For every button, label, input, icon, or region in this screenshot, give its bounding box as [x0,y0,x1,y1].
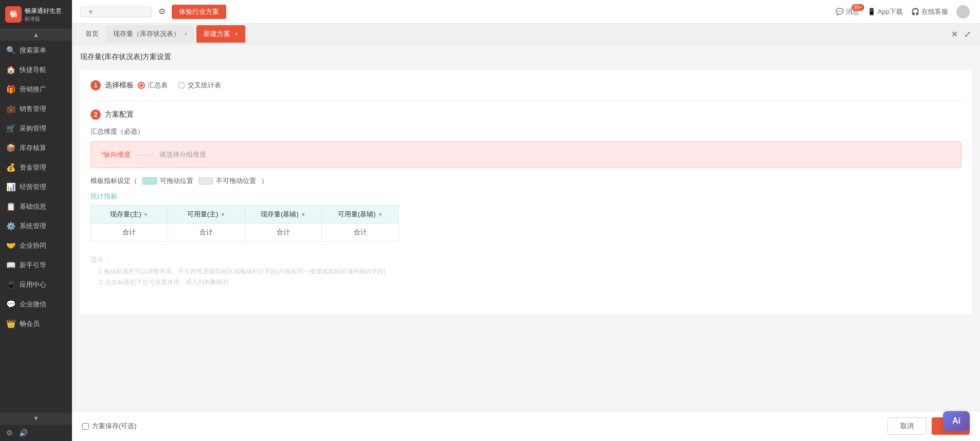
sidebar-item-newbie[interactable]: 📖 新手引导 [0,255,72,275]
sidebar-item-system-label: 系统管理 [20,222,46,231]
tab-inventory-status[interactable]: 现存量（库存状况表） × [106,25,194,43]
save-checkbox[interactable]: 方案保存(可选) [82,421,137,431]
cell-0-0: 合计 [91,224,168,242]
sidebar-item-finance[interactable]: 💰 资金管理 [0,158,72,177]
step-divider [90,101,961,101]
logo-icon: 畅 [5,6,22,23]
col-label-3: 可用量(基辅) ▼ [338,210,383,219]
topbar-left: ▼ ⚙ 体验行业方案 [80,5,830,19]
book-icon: 📖 [6,261,15,270]
topbar-app-download-btn[interactable]: 📱 App下载 [867,7,903,16]
col-header-1[interactable]: 可用量(主) ▼ [168,206,245,224]
col-title-1: 可用量(主) [187,210,219,219]
sidebar-item-sales-label: 销售管理 [20,104,46,114]
sidebar-item-sales[interactable]: 💼 销售管理 [0,99,72,119]
tab-new-plan[interactable]: 新建方案 × [196,25,245,43]
expand-panel-btn[interactable]: ⤢ [963,28,972,40]
dimension-section-label: 汇总维度（必选） [90,127,961,136]
sidebar-item-basic[interactable]: 📋 基础信息 [0,197,72,216]
ai-float-button[interactable]: Ai [943,411,970,431]
cancel-button[interactable]: 取消 [887,417,927,435]
sidebar-item-search[interactable]: 🔍 搜索菜单 [0,41,72,60]
dimension-placeholder: 请选择分组维度 [159,150,206,159]
col-chevron-1: ▼ [221,212,226,217]
tabbar-actions: ✕ ⤢ [950,28,972,40]
col-header-0[interactable]: 现存量(主) ▼ [91,206,168,224]
tab-inventory-close-btn[interactable]: × [184,31,187,37]
logo-subtitle: 标准版 [25,15,62,23]
sidebar-logo: 畅 畅康通好生意 标准版 [0,0,72,29]
topbar-search-bar[interactable]: ▼ [80,6,152,17]
sidebar-item-basic-label: 基础信息 [20,202,46,211]
topbar-trial-btn[interactable]: 体验行业方案 [172,5,226,19]
app-download-label: App下载 [878,7,903,16]
sidebar-item-member[interactable]: 👑 畅会员 [0,314,72,334]
chat-icon: 💬 [6,300,15,309]
logo-title: 畅康通好生意 [25,7,62,15]
main-area: ▼ ⚙ 体验行业方案 💬 消息 99+ 📱 App下载 🎧 在线客服 [72,0,980,441]
crown-icon: 👑 [6,319,15,328]
dimension-selector-box[interactable]: *纵向维度 —— 请选择分组维度 [90,141,961,168]
sidebar-item-wechat-label: 企业微信 [20,300,46,309]
sidebar-item-app[interactable]: 📱 应用中心 [0,275,72,295]
briefcase-icon: 💼 [6,104,15,114]
sidebar-item-shortcut[interactable]: 🏠 快捷导航 [0,60,72,80]
settings-card: 1 选择模板 汇总表 交叉统计表 [80,70,972,315]
close-panel-btn[interactable]: ✕ [950,28,959,40]
sidebar-item-contract-label: 企业协同 [20,241,46,250]
step1-header: 1 选择模板 汇总表 交叉统计表 [90,80,961,90]
sidebar-item-marketing[interactable]: 🎁 营销推广 [0,80,72,99]
topbar-customer-service-btn[interactable]: 🎧 在线客服 [911,7,948,16]
tab-new-plan-close-btn[interactable]: × [234,31,238,37]
save-checkbox-input[interactable] [82,423,89,430]
sidebar-item-purchase[interactable]: 🛒 采购管理 [0,119,72,138]
sidebar-item-inventory[interactable]: 📦 库存核算 [0,138,72,158]
col-title-3: 可用量(基辅) [338,210,376,219]
gift-icon: 🎁 [6,85,15,94]
step1-title: 选择模板 [105,81,134,90]
table-row: 合计 合计 合计 合计 [91,224,399,242]
draggable-legend: 可拖动位置 [142,176,193,186]
col-chevron-3: ▼ [378,212,383,217]
sidebar-item-contract[interactable]: 🤝 企业协同 [0,236,72,255]
sidebar-scroll-up[interactable]: ▲ [0,29,72,41]
col-chevron-2: ▼ [301,212,306,217]
sidebar-item-member-label: 畅会员 [20,319,40,328]
tab-home-label: 首页 [85,29,99,39]
step2-number: 2 [90,109,101,120]
mobile-icon: 📱 [6,280,15,289]
col-header-2[interactable]: 现存量(基辅) ▼ [245,206,322,224]
radio-cross-circle [178,82,185,89]
sidebar-scroll-down[interactable]: ▼ [0,413,72,424]
col-label-0: 现存量(主) ▼ [110,210,149,219]
not-draggable-legend: 不可拖动位置 [198,176,256,186]
topbar-settings-btn[interactable]: ⚙ [156,5,168,19]
radio-summary-circle [138,82,145,89]
step2-title: 方案配置 [105,110,134,119]
not-draggable-legend-box [198,177,213,185]
sidebar-item-wechat[interactable]: 💬 企业微信 [0,295,72,314]
sidebar-item-operations[interactable]: 📊 经营管理 [0,177,72,197]
tips-section: 提示： 1.拖动标题栏可以调整布局，不可跨维度或指标区域拖动栏目字段(只能在同一… [90,250,961,294]
sidebar-item-operations-label: 经营管理 [20,182,46,192]
topbar-dropdown-icon: ▼ [88,9,94,15]
stats-label: 统计指标 [90,192,961,201]
page-title: 现存量(库存状况表)方案设置 [80,52,972,62]
radio-cross-label: 交叉统计表 [188,81,221,90]
topbar-message-btn[interactable]: 💬 消息 99+ [836,7,859,16]
topbar: ▼ ⚙ 体验行业方案 💬 消息 99+ 📱 App下载 🎧 在线客服 [72,0,980,24]
audio-footer-btn[interactable]: 🔊 [19,429,28,437]
sidebar-item-system[interactable]: ⚙️ 系统管理 [0,216,72,236]
search-icon: 🔍 [6,46,15,55]
radio-summary[interactable]: 汇总表 [138,81,168,90]
indicator-setting: 模板指标设定（ 可拖动位置 不可拖动位置 ） [90,176,961,186]
cell-0-2: 合计 [245,224,322,242]
cell-0-3: 合计 [322,224,399,242]
topbar-user-btn[interactable] [956,5,972,19]
tab-home[interactable]: 首页 [80,25,104,43]
radio-cross[interactable]: 交叉统计表 [178,81,221,90]
message-badge: 99+ [851,4,864,11]
settings-footer-btn[interactable]: ⚙ [6,429,13,437]
col-chevron-0: ▼ [143,212,149,217]
col-header-3[interactable]: 可用量(基辅) ▼ [322,206,399,224]
